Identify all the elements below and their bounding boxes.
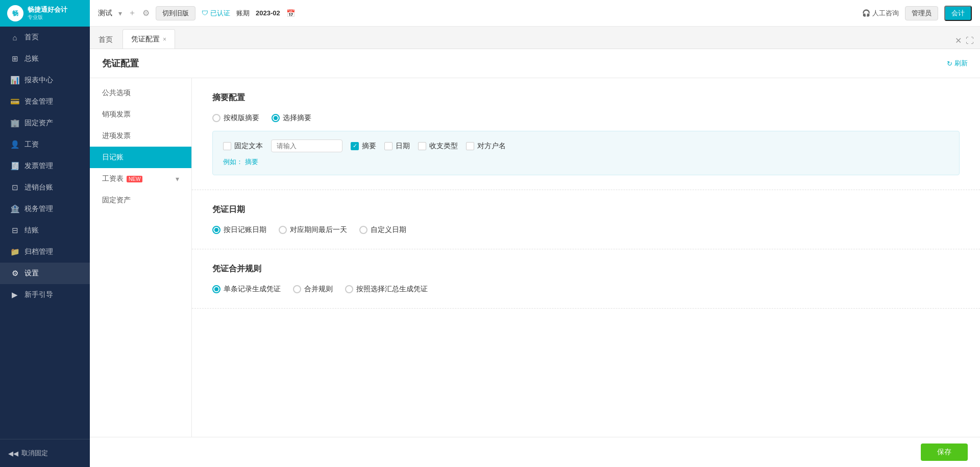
manager-button[interactable]: 管理员 — [905, 6, 938, 20]
radio-journal-label: 按日记账日期 — [224, 225, 266, 235]
radio-single-circle — [212, 285, 220, 293]
radio-select-circle — [272, 114, 280, 122]
certified-label: 已认证 — [210, 9, 230, 18]
sidebar-logo: 畅 畅捷通好会计 专业版 — [0, 0, 90, 27]
logo-icon: 畅 — [7, 5, 23, 21]
sidebar-item-home[interactable]: ⌂ 首页 — [0, 27, 90, 48]
tab-home[interactable]: 首页 — [90, 30, 121, 49]
company-name: 测试 — [98, 9, 112, 18]
left-nav-purchase-invoice[interactable]: 进项发票 — [90, 125, 191, 147]
left-nav-public[interactable]: 公共选项 — [90, 82, 191, 104]
merge-radio-by-selection[interactable]: 按照选择汇总生成凭证 — [345, 285, 428, 294]
sales-icon: ⊡ — [10, 183, 19, 192]
summary-section: 摘要配置 按模版摘要 选择摘要 — [192, 78, 980, 190]
page-title: 凭证配置 — [102, 57, 139, 78]
radio-custom-circle — [359, 226, 368, 234]
top-bar-right: 🎧 人工咨询 管理员 会计 — [862, 6, 972, 21]
checkbox-type[interactable]: 收支类型 — [418, 142, 458, 151]
sidebar-item-label: 报表中心 — [24, 76, 53, 85]
sidebar-item-label: 工资 — [24, 140, 39, 149]
summary-radio-template[interactable]: 按模版摘要 — [212, 113, 259, 123]
sidebar-item-funds[interactable]: 💳 资金管理 — [0, 91, 90, 112]
radio-period-last-label: 对应期间最后一天 — [290, 225, 347, 235]
tab-home-label: 首页 — [99, 35, 113, 44]
checkbox-counterpart[interactable]: 对方户名 — [466, 142, 506, 151]
new-badge: NEW — [127, 176, 142, 182]
merge-radio-rule[interactable]: 合并规则 — [293, 285, 333, 294]
left-nav-sales-invoice[interactable]: 销项发票 — [90, 104, 191, 125]
radio-by-selection-label: 按照选择汇总生成凭证 — [356, 285, 428, 294]
sidebar-item-close[interactable]: ⊟ 结账 — [0, 220, 90, 241]
merge-radio-single[interactable]: 单条记录生成凭证 — [212, 285, 281, 294]
cancel-fixed-button[interactable]: ◀◀ 取消固定 — [0, 445, 90, 462]
tab-bar: 首页 凭证配置 × ✕ ⛶ — [90, 27, 980, 49]
date-radio-group: 按日记账日期 对应期间最后一天 自定义日期 — [212, 225, 960, 235]
gear-icon[interactable]: ⚙ — [142, 8, 150, 18]
tab-voucher-config[interactable]: 凭证配置 × — [122, 29, 175, 49]
left-nav-payroll-table[interactable]: 工资表 NEW ▾ — [90, 168, 191, 190]
consult-button[interactable]: 🎧 人工咨询 — [862, 9, 899, 18]
switch-old-button[interactable]: 切到旧版 — [156, 6, 195, 20]
assets-icon: 🏢 — [10, 119, 19, 128]
sidebar-item-label: 新手引导 — [24, 290, 53, 299]
merge-section: 凭证合并规则 单条记录生成凭证 合并规则 按照选择汇总生成凭证 — [192, 249, 980, 309]
date-radio-journal[interactable]: 按日记账日期 — [212, 225, 266, 235]
right-content: 摘要配置 按模版摘要 选择摘要 — [192, 78, 980, 437]
counterpart-label: 对方户名 — [477, 142, 506, 151]
sidebar-item-settings[interactable]: ⚙ 设置 — [0, 263, 90, 284]
calendar-icon[interactable]: 📅 — [286, 9, 295, 17]
left-nav-fixed-assets[interactable]: 固定资产 — [90, 190, 191, 211]
sidebar-item-label: 归档管理 — [24, 247, 53, 256]
tab-close-icon[interactable]: × — [163, 36, 166, 43]
sidebar-item-reports[interactable]: 📊 报表中心 — [0, 69, 90, 91]
sidebar-item-sales[interactable]: ⊡ 进销台账 — [0, 177, 90, 198]
page-footer: 保存 — [90, 437, 980, 467]
close-window-icon[interactable]: ✕ — [955, 36, 962, 45]
sidebar-item-archive[interactable]: 📁 归档管理 — [0, 241, 90, 263]
sidebar-item-invoice-mgmt[interactable]: 🧾 发票管理 — [0, 155, 90, 177]
sidebar-bottom: ◀◀ 取消固定 — [0, 439, 90, 467]
sidebar-item-label: 结账 — [24, 226, 39, 235]
date-radio-period-last[interactable]: 对应期间最后一天 — [279, 225, 347, 235]
merge-title: 凭证合并规则 — [212, 264, 960, 274]
arrow-left-icon: ◀◀ — [8, 450, 18, 457]
sidebar-item-guide[interactable]: ▶ 新手引导 — [0, 284, 90, 306]
merge-radio-group: 单条记录生成凭证 合并规则 按照选择汇总生成凭证 — [212, 285, 960, 294]
radio-single-label: 单条记录生成凭证 — [224, 285, 281, 294]
checkbox-counterpart-box — [466, 142, 474, 150]
sidebar-item-tax[interactable]: 🏦 税务管理 — [0, 198, 90, 220]
radio-by-selection-circle — [345, 285, 353, 293]
refresh-label: 刷新 — [954, 59, 968, 68]
refresh-button[interactable]: ↻ 刷新 — [947, 59, 968, 76]
payroll-table-label: 工资表 — [102, 174, 124, 183]
left-nav-journal[interactable]: 日记账 — [90, 147, 191, 168]
add-icon[interactable]: ＋ — [128, 8, 136, 18]
fixed-text-input[interactable] — [271, 139, 342, 152]
summary-radio-select[interactable]: 选择摘要 — [272, 113, 311, 123]
settings-icon: ⚙ — [10, 269, 19, 278]
date-radio-custom[interactable]: 自定义日期 — [359, 225, 406, 235]
sidebar-item-ledger[interactable]: ⊞ 总账 — [0, 48, 90, 69]
payroll-icon: 👤 — [10, 140, 19, 149]
expand-window-icon[interactable]: ⛶ — [966, 36, 974, 45]
save-button[interactable]: 保存 — [921, 443, 968, 461]
checkbox-fixed-text[interactable]: 固定文本 — [223, 142, 263, 151]
accountant-button[interactable]: 会计 — [944, 6, 972, 21]
sidebar-item-label: 资金管理 — [24, 97, 53, 106]
summary-label: 摘要 — [362, 142, 376, 151]
checkbox-summary[interactable]: 摘要 — [351, 142, 376, 151]
left-nav: 公共选项 销项发票 进项发票 日记账 工资表 NEW ▾ 固定资产 — [90, 78, 192, 437]
radio-select-label: 选择摘要 — [283, 113, 311, 123]
radio-template-label: 按模版摘要 — [224, 113, 259, 123]
dropdown-icon[interactable]: ▾ — [118, 9, 122, 17]
radio-rule-circle — [293, 285, 301, 293]
summary-config-row: 固定文本 摘要 日期 — [223, 139, 949, 152]
tab-voucher-config-label: 凭证配置 — [131, 35, 160, 44]
sidebar-item-payroll[interactable]: 👤 工资 — [0, 134, 90, 155]
radio-custom-label: 自定义日期 — [371, 225, 406, 235]
close-period-icon: ⊟ — [10, 226, 19, 235]
sidebar-item-assets[interactable]: 🏢 固定资产 — [0, 112, 90, 134]
checkbox-date[interactable]: 日期 — [384, 142, 410, 151]
payroll-table-expand-icon[interactable]: ▾ — [176, 175, 179, 183]
radio-rule-label: 合并规则 — [304, 285, 333, 294]
